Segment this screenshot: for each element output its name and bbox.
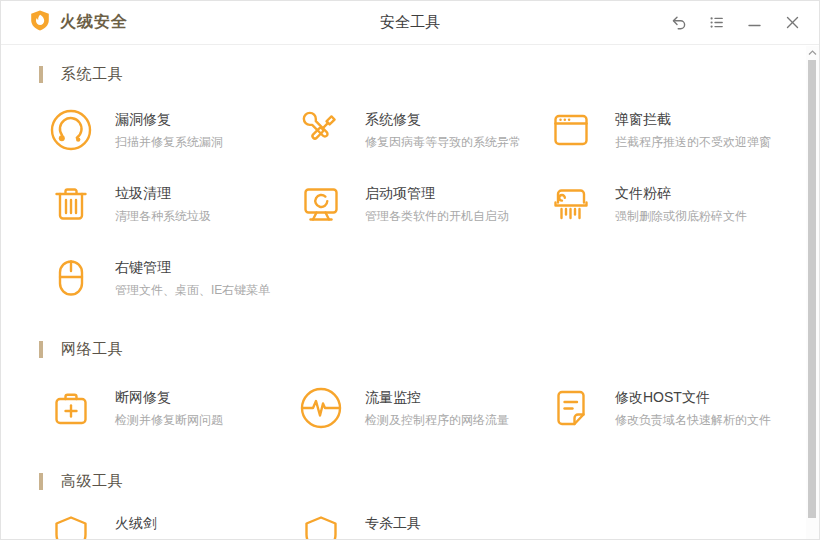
section-header: 系统工具 bbox=[39, 62, 819, 86]
junk-clean-icon bbox=[49, 182, 93, 226]
section-accent-bar bbox=[39, 341, 43, 358]
tool-title: 火绒剑 bbox=[115, 514, 157, 532]
tool-title: 系统修复 bbox=[365, 110, 521, 128]
minimize-icon[interactable] bbox=[746, 14, 763, 31]
security-tools-page: 系统工具 漏洞修复 扫描并修复系统漏洞 bbox=[1, 62, 819, 540]
tool-title: 修改HOST文件 bbox=[615, 388, 771, 406]
huorong-sword-icon bbox=[49, 512, 93, 540]
tool-title: 弹窗拦截 bbox=[615, 110, 771, 128]
section-system-tools: 系统工具 漏洞修复 扫描并修复系统漏洞 bbox=[39, 62, 819, 300]
tool-title: 流量监控 bbox=[365, 388, 509, 406]
startup-manager-icon bbox=[299, 182, 343, 226]
tool-item-file-shredder[interactable]: 文件粉碎 强制删除或彻底粉碎文件 bbox=[549, 182, 799, 226]
tools-grid: 火绒剑 专杀工具 bbox=[49, 512, 819, 540]
section-title: 网络工具 bbox=[61, 340, 123, 359]
tool-desc: 检测并修复断网问题 bbox=[115, 413, 223, 427]
tool-item-network-repair[interactable]: 断网修复 检测并修复断网问题 bbox=[49, 386, 299, 430]
tool-item-huorong-sword[interactable]: 火绒剑 bbox=[49, 512, 299, 540]
tool-item-host-file[interactable]: 修改HOST文件 修改负责域名快速解析的文件 bbox=[549, 386, 799, 430]
section-advanced-tools: 高级工具 火绒剑 bbox=[39, 469, 819, 540]
back-icon[interactable] bbox=[670, 14, 687, 31]
close-icon[interactable] bbox=[784, 14, 801, 31]
section-title: 系统工具 bbox=[61, 65, 123, 84]
tool-desc: 清理各种系统垃圾 bbox=[115, 209, 211, 223]
scrollbar-up-arrow-icon[interactable] bbox=[807, 47, 818, 59]
app-window: 火绒安全 安全工具 bbox=[0, 0, 820, 540]
tool-title: 断网修复 bbox=[115, 388, 223, 406]
context-menu-icon bbox=[49, 256, 93, 300]
traffic-monitor-icon bbox=[299, 386, 343, 430]
tool-item-system-repair[interactable]: 系统修复 修复因病毒等导致的系统异常 bbox=[299, 108, 549, 152]
brand: 火绒安全 bbox=[29, 9, 128, 36]
tool-item-vulnerability-fix[interactable]: 漏洞修复 扫描并修复系统漏洞 bbox=[49, 108, 299, 152]
section-accent-bar bbox=[39, 66, 43, 83]
popup-block-icon bbox=[549, 108, 593, 152]
tool-title: 启动项管理 bbox=[365, 184, 509, 202]
tool-desc: 修复因病毒等导致的系统异常 bbox=[365, 135, 521, 149]
vulnerability-fix-icon bbox=[49, 108, 93, 152]
section-header: 网络工具 bbox=[39, 337, 819, 361]
tool-item-popup-block[interactable]: 弹窗拦截 拦截程序推送的不受欢迎弹窗 bbox=[549, 108, 799, 152]
tool-desc: 强制删除或彻底粉碎文件 bbox=[615, 209, 747, 223]
tool-item-special-killer[interactable]: 专杀工具 bbox=[299, 512, 549, 540]
tool-item-traffic-monitor[interactable]: 流量监控 检测及控制程序的网络流量 bbox=[299, 386, 549, 430]
section-accent-bar bbox=[39, 473, 43, 490]
tool-desc: 扫描并修复系统漏洞 bbox=[115, 135, 223, 149]
tool-title: 漏洞修复 bbox=[115, 110, 223, 128]
tool-item-context-menu[interactable]: 右键管理 管理文件、桌面、IE右键菜单 bbox=[49, 256, 299, 300]
section-title: 高级工具 bbox=[61, 472, 123, 491]
tool-desc: 修改负责域名快速解析的文件 bbox=[615, 413, 771, 427]
tool-title: 文件粉碎 bbox=[615, 184, 747, 202]
huorong-logo-icon bbox=[29, 9, 51, 36]
section-network-tools: 网络工具 断网修复 检测并修复断网问题 bbox=[39, 337, 819, 430]
app-name: 火绒安全 bbox=[60, 12, 128, 33]
tool-desc: 检测及控制程序的网络流量 bbox=[365, 413, 509, 427]
host-file-icon bbox=[549, 386, 593, 430]
section-header: 高级工具 bbox=[39, 469, 819, 493]
tool-desc: 拦截程序推送的不受欢迎弹窗 bbox=[615, 135, 771, 149]
tool-desc: 管理各类软件的开机自启动 bbox=[365, 209, 509, 223]
tool-item-junk-clean[interactable]: 垃圾清理 清理各种系统垃圾 bbox=[49, 182, 299, 226]
special-killer-icon bbox=[299, 512, 343, 540]
scrollbar[interactable] bbox=[806, 46, 819, 539]
menu-list-icon[interactable] bbox=[708, 14, 725, 31]
file-shredder-icon bbox=[549, 182, 593, 226]
tool-title: 垃圾清理 bbox=[115, 184, 211, 202]
system-repair-icon bbox=[299, 108, 343, 152]
network-repair-icon bbox=[49, 386, 93, 430]
tools-grid: 漏洞修复 扫描并修复系统漏洞 bbox=[49, 108, 819, 300]
scrollbar-thumb[interactable] bbox=[808, 60, 816, 518]
titlebar: 火绒安全 安全工具 bbox=[1, 1, 819, 45]
tool-desc: 管理文件、桌面、IE右键菜单 bbox=[115, 283, 270, 297]
tool-title: 专杀工具 bbox=[365, 514, 421, 532]
tool-item-startup-manager[interactable]: 启动项管理 管理各类软件的开机自启动 bbox=[299, 182, 549, 226]
tool-title: 右键管理 bbox=[115, 258, 270, 276]
tools-grid: 断网修复 检测并修复断网问题 流量监控 检测及控制程序的网络流量 bbox=[49, 386, 819, 430]
window-controls bbox=[670, 14, 801, 31]
